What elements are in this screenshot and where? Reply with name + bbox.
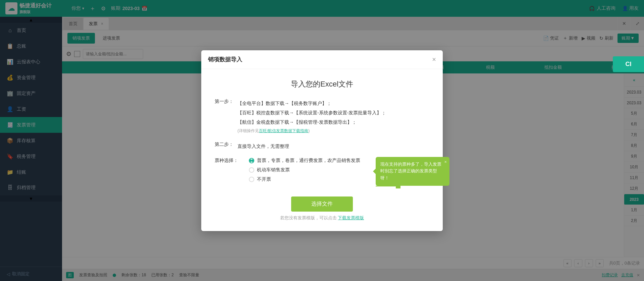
ticket-label: 票种选择：	[215, 158, 238, 164]
step1-line1: 【全电平台】数据下载→【税务数字账户】；	[237, 99, 386, 108]
select-file-button[interactable]: 选择文件	[291, 196, 353, 212]
step1-content: 【全电平台】数据下载→【税务数字账户】； 【百旺】税控盘数据下载→【系统设置-系…	[237, 99, 386, 135]
radio-normal[interactable]: 普票，专票，卷票，通行费发票，农产品销售发票	[249, 158, 360, 164]
tooltip-close[interactable]: ×	[444, 159, 447, 166]
dialog-footer-note: 若您没有发票模版，可以点击 下载发票模版	[215, 215, 429, 221]
dialog-close-button[interactable]: ×	[432, 56, 436, 63]
dialog-title: 销项数据导入	[208, 56, 242, 63]
ci-badge: CI	[613, 56, 644, 72]
radio-motor-label: 机动车销售发票	[257, 167, 290, 173]
download-template-link[interactable]: 下载发票模版	[338, 215, 364, 220]
radio-noticket-label: 不开票	[257, 176, 271, 182]
tooltip-container: × 现在支持的票种多了，导入发票时别忘了选择正确的发票类型呀！	[376, 184, 400, 188]
step-2: 第二步： 直接导入文件，无需整理	[215, 142, 429, 151]
step1-note: (详细操作见百旺/航信发票数据下载指南)	[237, 127, 386, 135]
radio-noticket-circle	[249, 177, 254, 182]
radio-motor-circle	[249, 167, 254, 173]
dialog-main-title: 导入您的Excel文件	[215, 79, 429, 89]
radio-normal-circle	[249, 158, 254, 163]
radio-group: 普票，专票，卷票，通行费发票，农产品销售发票 机动车销售发票 不开票	[242, 158, 360, 182]
radio-noticket[interactable]: 不开票	[249, 176, 360, 182]
step1-line3: 【航信】金税盘数据下载→【报税管理-发票数据导出】；	[237, 117, 386, 127]
step1-label: 第一步：	[215, 99, 233, 135]
step1-line2: 【百旺】税控盘数据下载→【系统设置-系统参数设置-发票批量导入】；	[237, 108, 386, 117]
import-dialog: 销项数据导入 × 导入您的Excel文件 第一步： 【全电平台】数据下载→【税务…	[201, 50, 443, 231]
dialog-body: 导入您的Excel文件 第一步： 【全电平台】数据下载→【税务数字账户】； 【百…	[201, 69, 443, 231]
step2-line1: 直接导入文件，无需整理	[237, 144, 289, 149]
radio-normal-label: 普票，专票，卷票，通行费发票，农产品销售发票	[257, 158, 360, 164]
tooltip-text: 现在支持的票种多了，导入发票时别忘了选择正确的发票类型呀！	[380, 162, 441, 181]
step2-label: 第二步：	[215, 142, 233, 151]
dialog-header: 销项数据导入 ×	[201, 50, 443, 69]
tooltip-bubble: × 现在支持的票种多了，导入发票时别忘了选择正确的发票类型呀！	[376, 157, 449, 186]
step2-content: 直接导入文件，无需整理	[237, 142, 289, 151]
modal-overlay: 销项数据导入 × 导入您的Excel文件 第一步： 【全电平台】数据下载→【税务…	[0, 0, 644, 281]
ticket-selection: 票种选择： 普票，专票，卷票，通行费发票，农产品销售发票 机动车销售发票	[215, 158, 429, 188]
step-1: 第一步： 【全电平台】数据下载→【税务数字账户】； 【百旺】税控盘数据下载→【系…	[215, 99, 429, 135]
radio-motor[interactable]: 机动车销售发票	[249, 167, 360, 173]
guide-link[interactable]: 百旺/航信发票数据下载指南	[259, 128, 308, 133]
